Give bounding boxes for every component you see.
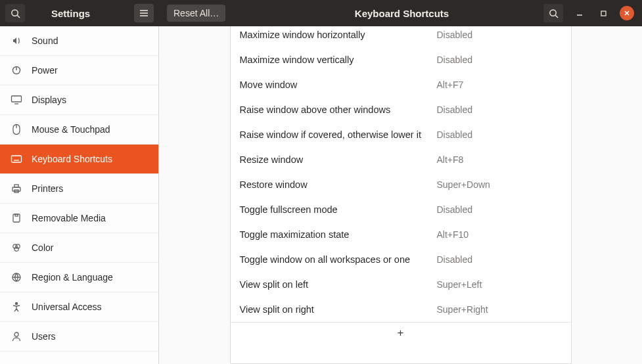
reset-all-button[interactable]: Reset All… <box>167 5 225 22</box>
sidebar-item-label: Color <box>32 242 53 253</box>
shortcut-row[interactable]: Maximize window horizontallyDisabled <box>231 26 571 47</box>
sound-icon <box>11 35 22 46</box>
sidebar-item-power[interactable]: Power <box>0 56 158 85</box>
sidebar-item-sound[interactable]: Sound <box>0 26 158 56</box>
add-shortcut-button[interactable]: + <box>231 322 571 343</box>
svg-line-1 <box>17 15 20 18</box>
shortcut-key: Disabled <box>437 30 472 40</box>
sidebar-item-universal[interactable]: Universal Access <box>0 292 158 322</box>
sidebar-search-button[interactable] <box>5 4 25 22</box>
shortcut-label: Maximize window horizontally <box>240 30 437 40</box>
shortcut-key: Super+Left <box>437 279 482 290</box>
settings-sidebar: SoundPowerDisplaysMouse & TouchpadKeyboa… <box>0 26 159 364</box>
svg-rect-26 <box>13 214 20 222</box>
shortcut-label: Toggle fullscreen mode <box>240 204 437 215</box>
shortcut-key: Alt+F10 <box>437 229 469 240</box>
window-maximize-button[interactable] <box>596 6 610 20</box>
shortcut-key: Alt+F7 <box>437 80 464 90</box>
svg-point-0 <box>11 9 17 15</box>
shortcuts-search-button[interactable] <box>543 4 563 22</box>
svg-point-32 <box>15 302 17 304</box>
printers-icon <box>11 183 22 194</box>
sidebar-item-removable[interactable]: Removable Media <box>0 204 158 233</box>
shortcut-key: Super+Right <box>437 304 488 315</box>
content-area: SoundPowerDisplaysMouse & TouchpadKeyboa… <box>0 26 642 364</box>
shortcut-key: Super+Down <box>437 179 490 190</box>
sidebar-item-printers[interactable]: Printers <box>0 174 158 204</box>
shortcut-row[interactable]: View split on leftSuper+Left <box>231 272 571 297</box>
hamburger-menu-button[interactable] <box>134 4 154 22</box>
svg-rect-27 <box>15 214 18 216</box>
shortcut-row[interactable]: Resize windowAlt+F8 <box>231 147 571 172</box>
shortcut-label: View split on left <box>240 279 437 290</box>
sidebar-item-label: Displays <box>32 95 66 105</box>
shortcut-key: Disabled <box>437 129 472 140</box>
shortcuts-panel: Maximize window horizontallyDisabledMaxi… <box>230 26 572 364</box>
shortcut-row[interactable]: Raise window above other windowsDisabled <box>231 97 571 122</box>
sidebar-item-label: Region & Language <box>32 272 113 283</box>
sidebar-item-label: Users <box>32 331 56 342</box>
window-minimize-button[interactable] <box>572 6 587 20</box>
maximize-icon <box>600 10 607 17</box>
region-icon <box>11 272 22 283</box>
svg-point-5 <box>549 9 555 15</box>
sidebar-item-label: Removable Media <box>32 213 106 223</box>
page-title: Keyboard Shortcuts <box>355 8 449 19</box>
svg-rect-24 <box>14 185 18 187</box>
sidebar-item-displays[interactable]: Displays <box>0 85 158 115</box>
shortcut-label: Toggle maximization state <box>240 229 437 240</box>
main-pane: Maximize window horizontallyDisabledMaxi… <box>159 26 642 364</box>
settings-title: Settings <box>51 8 90 19</box>
sidebar-item-color[interactable]: Color <box>0 233 158 263</box>
color-icon <box>11 242 22 253</box>
shortcut-label: Restore window <box>240 179 437 190</box>
shortcut-row[interactable]: Restore windowSuper+Down <box>231 172 571 197</box>
shortcut-label: Toggle window on all workspaces or one <box>240 254 437 265</box>
shortcut-row[interactable]: Raise window if covered, otherwise lower… <box>231 122 571 147</box>
plus-icon: + <box>398 327 404 340</box>
shortcut-label: Raise window if covered, otherwise lower… <box>240 129 437 140</box>
shortcut-row[interactable]: Toggle window on all workspaces or oneDi… <box>231 247 571 272</box>
shortcut-label: Resize window <box>240 154 437 165</box>
close-icon <box>624 10 630 16</box>
svg-line-6 <box>555 15 558 18</box>
sidebar-item-label: Keyboard Shortcuts <box>32 154 112 164</box>
shortcut-key: Disabled <box>437 55 472 65</box>
users-icon <box>11 331 22 342</box>
mouse-icon <box>11 124 22 135</box>
sidebar-item-keyboard[interactable]: Keyboard Shortcuts <box>0 145 158 174</box>
shortcut-key: Disabled <box>437 104 472 115</box>
sidebar-item-label: Universal Access <box>32 302 102 312</box>
search-icon <box>11 9 20 18</box>
universal-icon <box>11 302 22 312</box>
svg-rect-23 <box>12 187 20 191</box>
search-icon <box>549 9 559 18</box>
window-controls <box>543 4 642 22</box>
shortcut-list: Maximize window horizontallyDisabledMaxi… <box>231 26 571 322</box>
shortcut-label: Move window <box>240 80 437 90</box>
shortcut-row[interactable]: Maximize window verticallyDisabled <box>231 47 571 72</box>
shortcut-label: View split on right <box>240 304 437 315</box>
shortcut-row[interactable]: View split on rightSuper+Right <box>231 297 571 322</box>
window-close-button[interactable] <box>620 6 634 20</box>
shortcut-row[interactable]: Toggle fullscreen modeDisabled <box>231 197 571 222</box>
sidebar-item-label: Printers <box>32 183 63 194</box>
shortcut-label: Maximize window vertically <box>240 55 437 65</box>
hamburger-icon <box>139 9 149 17</box>
sidebar-item-label: Mouse & Touchpad <box>32 124 110 135</box>
shortcut-key: Disabled <box>437 204 472 215</box>
shortcut-label: Raise window above other windows <box>240 104 437 115</box>
sidebar-item-label: Power <box>32 65 58 76</box>
sidebar-item-region[interactable]: Region & Language <box>0 263 158 292</box>
keyboard-icon <box>11 154 22 164</box>
power-icon <box>11 65 22 76</box>
displays-icon <box>11 95 22 105</box>
svg-rect-13 <box>12 96 22 102</box>
shortcut-row[interactable]: Move windowAlt+F7 <box>231 72 571 97</box>
shortcut-row[interactable]: Toggle maximization stateAlt+F10 <box>231 222 571 247</box>
sidebar-item-mouse[interactable]: Mouse & Touchpad <box>0 115 158 145</box>
minimize-icon <box>576 9 584 17</box>
svg-rect-8 <box>601 11 606 16</box>
removable-icon <box>11 213 22 223</box>
sidebar-item-users[interactable]: Users <box>0 322 158 352</box>
